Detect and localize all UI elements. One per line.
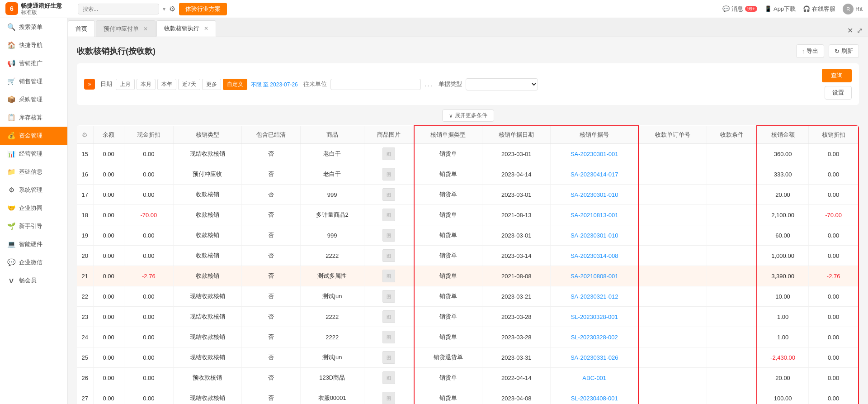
- doc-no-link[interactable]: SA-20210808-001: [571, 273, 618, 280]
- td-doc-no[interactable]: SL-20230328-001: [550, 307, 638, 327]
- doc-no-link[interactable]: SA-20230321-012: [571, 293, 618, 300]
- date-btn-custom[interactable]: 自定义: [223, 79, 247, 90]
- td-row-num: 16: [77, 164, 93, 185]
- sidebar-item-guide[interactable]: 🌱 新手引导: [0, 217, 67, 235]
- td-doc-no[interactable]: SA-20230301-010: [550, 185, 638, 205]
- td-row-num: 21: [77, 266, 93, 286]
- sidebar-item-system[interactable]: ⚙ 系统管理: [0, 181, 67, 199]
- doc-no-link[interactable]: SL-20230328-001: [571, 314, 618, 320]
- doc-no-link[interactable]: SA-20230331-026: [571, 354, 618, 361]
- date-btn-this-year[interactable]: 本年: [157, 79, 176, 90]
- app-download-item[interactable]: 📱 App下载: [764, 5, 796, 13]
- td-row-num: 15: [77, 144, 93, 164]
- col-settings-icon[interactable]: ⚙: [82, 131, 88, 138]
- tab-bar: 首页 预付冲应付单 ✕ 收款核销执行 ✕ ✕ ⤢: [68, 18, 868, 37]
- user-item[interactable]: R Rit: [843, 4, 863, 14]
- doc-no-link[interactable]: SL-20230408-001: [571, 395, 618, 402]
- page-title: 收款核销执行(按收款): [77, 46, 156, 57]
- sidebar-item-wechat[interactable]: 💬 企业微信: [0, 253, 67, 271]
- top-bar: 6 畅捷通谱好生意 标准版 ▾ ⚙ 体验行业方案 💬 消息 99+ 📱 App下…: [0, 0, 868, 18]
- tab-prepay-close[interactable]: ✕: [143, 26, 148, 32]
- doc-no-link[interactable]: SA-20230301-010: [571, 191, 618, 198]
- td-product-img: 图: [364, 307, 414, 327]
- sidebar-item-inventory[interactable]: 📋 库存核算: [0, 109, 67, 127]
- service-item[interactable]: 🎧 在线客服: [803, 5, 835, 13]
- td-cash-discount: 0.00: [124, 347, 173, 368]
- partner-input[interactable]: [330, 79, 421, 90]
- doc-no-link[interactable]: SA-20230301-001: [571, 151, 618, 157]
- td-doc-no[interactable]: SA-20230331-026: [550, 347, 638, 368]
- sidebar-item-finance[interactable]: 💰 资金管理: [0, 127, 67, 145]
- td-doc-type: 销货单: [414, 246, 482, 266]
- sidebar-item-collab[interactable]: 🤝 企业协同: [0, 199, 67, 217]
- sidebar-item-vip[interactable]: V 畅会员: [0, 271, 67, 290]
- tab-verify-close[interactable]: ✕: [204, 25, 208, 32]
- tab-prepay[interactable]: 预付冲应付单 ✕: [96, 20, 156, 37]
- doc-no-link[interactable]: SL-20230328-002: [571, 334, 618, 341]
- td-doc-type: 销货单: [414, 307, 482, 327]
- td-doc-no[interactable]: SA-20230314-008: [550, 246, 638, 266]
- td-product: 老白干: [300, 164, 364, 185]
- date-buttons: 上月 本月 本年 近7天 更多 自定义: [116, 79, 247, 90]
- th-settings[interactable]: ⚙: [77, 126, 93, 144]
- tab-expand-icon[interactable]: ⤢: [857, 26, 863, 35]
- td-doc-no[interactable]: SL-20230408-001: [550, 388, 638, 404]
- doc-no-link[interactable]: SA-20230414-017: [571, 171, 618, 178]
- td-product-img: 图: [364, 286, 414, 307]
- refresh-button[interactable]: ↻ 刷新: [829, 44, 859, 58]
- sidebar-item-hardware[interactable]: 💻 智能硬件: [0, 235, 67, 253]
- sidebar-item-basic[interactable]: 📁 基础信息: [0, 163, 67, 181]
- td-include-settled: 否: [241, 286, 300, 307]
- expand-button[interactable]: ∨ 展开更多条件: [442, 109, 494, 122]
- th-include-settled: 包含已结清: [241, 126, 300, 144]
- sidebar-item-marketing[interactable]: 📢 营销推广: [0, 54, 67, 72]
- date-btn-7days[interactable]: 近7天: [178, 79, 200, 90]
- td-doc-no[interactable]: SA-20230301-001: [550, 144, 638, 164]
- td-doc-no[interactable]: SA-20230321-012: [550, 286, 638, 307]
- td-receipt-cond: [707, 266, 757, 286]
- td-verify-type: 预付冲应收: [173, 164, 241, 185]
- sidebar-item-nav[interactable]: 🏠 快捷导航: [0, 36, 67, 54]
- td-doc-no[interactable]: SA-20210813-001: [550, 205, 638, 225]
- filter-toggle[interactable]: »: [84, 79, 95, 90]
- td-verify-type: 收款核销: [173, 266, 241, 286]
- date-btn-last-month[interactable]: 上月: [116, 79, 135, 90]
- doc-no-link[interactable]: SA-20210813-001: [571, 212, 618, 219]
- td-doc-no[interactable]: ABC-001: [550, 368, 638, 388]
- doc-no-link[interactable]: SA-20230301-010: [571, 232, 618, 239]
- td-product-img: 图: [364, 185, 414, 205]
- td-doc-no[interactable]: SA-20230414-017: [550, 164, 638, 185]
- search-input[interactable]: [78, 4, 159, 14]
- sidebar-item-sales[interactable]: 🛒 销售管理: [0, 72, 67, 90]
- td-doc-no[interactable]: SA-20230301-010: [550, 225, 638, 246]
- doc-no-link[interactable]: ABC-001: [582, 375, 606, 381]
- query-button[interactable]: 查询: [822, 69, 852, 82]
- date-btn-this-month[interactable]: 本月: [137, 79, 156, 90]
- doctype-select[interactable]: [466, 78, 538, 90]
- export-button[interactable]: ↑ 导出: [796, 44, 825, 58]
- td-balance: 0.00: [93, 205, 124, 225]
- td-verify-type: 现结收款核销: [173, 347, 241, 368]
- gear-icon[interactable]: ⚙: [169, 5, 175, 13]
- settings-button[interactable]: 设置: [825, 86, 852, 100]
- marketing-icon: 📢: [7, 59, 15, 67]
- date-btn-more[interactable]: 更多: [202, 79, 221, 90]
- td-doc-date: 2023-03-31: [482, 347, 551, 368]
- td-verify-amount: -2,430.00: [757, 347, 809, 368]
- sidebar-item-purchase[interactable]: 📦 采购管理: [0, 90, 67, 109]
- td-receipt-cond: [707, 246, 757, 266]
- tab-close-icon[interactable]: ✕: [847, 26, 853, 35]
- td-doc-no[interactable]: SL-20230328-002: [550, 327, 638, 347]
- td-doc-no[interactable]: SA-20210808-001: [550, 266, 638, 286]
- dropdown-arrow-icon[interactable]: ▾: [163, 6, 165, 12]
- doc-no-link[interactable]: SA-20230314-008: [571, 252, 618, 259]
- sidebar-item-search[interactable]: 🔍 搜索菜单: [0, 18, 67, 36]
- td-receipt-no: [638, 144, 707, 164]
- td-verify-amount: 3,390.00: [757, 266, 809, 286]
- top-right: 💬 消息 99+ 📱 App下载 🎧 在线客服 R Rit: [722, 4, 863, 14]
- tab-home[interactable]: 首页: [68, 20, 95, 37]
- sidebar-item-operations[interactable]: 📊 经营管理: [0, 145, 67, 163]
- trial-button[interactable]: 体验行业方案: [179, 3, 227, 15]
- message-item[interactable]: 💬 消息 99+: [722, 5, 757, 13]
- tab-verify[interactable]: 收款核销执行 ✕: [156, 20, 216, 37]
